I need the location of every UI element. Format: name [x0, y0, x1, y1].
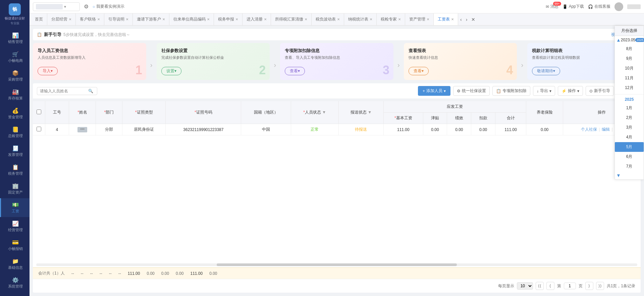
month-2[interactable]: 2月	[615, 113, 644, 123]
step-4-btn[interactable]: 查看▾	[409, 67, 429, 75]
step-3-title: 专项附加扣除信息	[285, 48, 389, 54]
tab-tax-expert[interactable]: 税检专家 ✕	[377, 13, 405, 25]
month-11[interactable]: 11月	[615, 73, 644, 83]
sidebar-item-finance[interactable]: 💰 资金管理	[0, 104, 30, 123]
tab-tax-calc-close[interactable]: ✕	[305, 17, 307, 21]
tab-tax-stat[interactable]: 纳税统计表 ✕	[344, 13, 377, 25]
sidebar-item-operations[interactable]: 📈 经营管理	[0, 217, 30, 236]
tab-customer-close[interactable]: ✕	[97, 17, 100, 21]
month-5[interactable]: 5月	[615, 142, 644, 152]
demo-btn[interactable]: ○ 我要看实例演示	[93, 4, 124, 9]
tab-tax-calc[interactable]: 所得税汇算清缴 ✕	[271, 13, 312, 25]
tab-product-code-close[interactable]: ✕	[207, 17, 210, 21]
tab-invite[interactable]: 邀请下游客户 ✕	[133, 13, 169, 25]
sidebar-item-marketing[interactable]: 💳 小畅报销	[0, 236, 30, 255]
deduction-btn[interactable]: 📋 专项附加扣除	[492, 86, 530, 96]
tab-clearbook[interactable]: 进入清册 ✕	[243, 13, 271, 25]
month-year-label: 2023.05	[621, 38, 635, 42]
sidebar-item-fixed[interactable]: 🏢 固定资产	[0, 179, 30, 198]
tab-tax-reduce-close[interactable]: ✕	[337, 17, 340, 21]
tab-invite-close[interactable]: ✕	[162, 17, 165, 21]
tab-tax-reduce[interactable]: 税负波动表 ✕	[312, 13, 344, 25]
month-10[interactable]: 10月	[615, 64, 644, 73]
action-social-insurance[interactable]: 个人社保	[581, 127, 597, 132]
month-8[interactable]: 8月	[615, 44, 644, 54]
sidebar-item-ecommerce[interactable]: 🛒 小畅电商	[0, 48, 30, 67]
tab-close-all-btn[interactable]: ✕	[469, 16, 477, 23]
horizontal-scrollbar[interactable]	[36, 263, 637, 266]
search-input[interactable]	[40, 89, 87, 93]
month-9[interactable]: 9月	[615, 54, 644, 64]
tab-guide-close[interactable]: ✕	[126, 17, 128, 21]
sidebar-item-general[interactable]: 📒 总账管理	[0, 123, 30, 142]
month-1[interactable]: 1月	[615, 103, 644, 113]
tab-home[interactable]: 首页	[31, 13, 47, 25]
search-icon[interactable]: 🔍	[88, 89, 93, 93]
guide-btn[interactable]: ⊙ 新手引导	[586, 86, 614, 96]
step-3-btn[interactable]: 查看▾	[285, 67, 305, 75]
salary-table: 工号 *姓名 *部门 *证照类型 *证照号码	[33, 101, 641, 135]
tab-tax-expert-close[interactable]: ✕	[398, 17, 401, 21]
step-5-btn[interactable]: 敬请期待▾	[532, 67, 560, 75]
per-page-select[interactable]: 10 20 50	[517, 282, 533, 290]
last-page-btn[interactable]: ⟩⟩	[596, 282, 604, 290]
sidebar-item-purchase[interactable]: 📦 采购管理	[0, 67, 30, 85]
row-checkbox[interactable]	[37, 127, 41, 131]
month-12[interactable]: 12月	[615, 83, 644, 93]
prev-page-btn[interactable]: ⟨	[546, 282, 554, 290]
operation-btn[interactable]: ⚡ 操作 ▾	[558, 86, 583, 96]
topbar-settings-icon[interactable]: ⚙	[83, 2, 90, 11]
tab-prev-btn[interactable]: ‹	[458, 16, 464, 23]
tab-tax-report-close[interactable]: ✕	[235, 17, 238, 21]
user-avatar[interactable]	[614, 2, 623, 11]
social-icon: ⚙	[457, 89, 461, 93]
month-nav-down[interactable]: ▼	[616, 173, 621, 178]
tab-clearbook-close[interactable]: ✕	[264, 17, 267, 21]
tab-next-btn[interactable]: ›	[464, 16, 470, 23]
scrollbar-thumb[interactable]	[217, 263, 457, 266]
tab-salary-close[interactable]: ✕	[451, 17, 454, 21]
sidebar-item-tax[interactable]: 📋 税务管理	[0, 161, 30, 179]
report-filter-icon[interactable]: ▼	[368, 110, 372, 115]
tab-product-code[interactable]: 往来单位商品编码 ✕	[169, 13, 214, 25]
month-6[interactable]: 6月	[615, 152, 644, 162]
sidebar-item-salary[interactable]: 💵 工资	[0, 198, 30, 217]
tab-salary[interactable]: 工资表 ✕	[434, 13, 458, 25]
sidebar-item-invoice[interactable]: 🧾 发票管理	[0, 142, 30, 161]
status-filter-icon[interactable]: ▼	[322, 110, 326, 115]
sidebar-item-collab[interactable]: 🤝 企业协同	[0, 292, 30, 296]
add-employee-btn[interactable]: + 添加人员 ▾	[418, 86, 450, 96]
social-insurance-btn[interactable]: ⚙ 统一社保设置	[453, 86, 490, 96]
month-3[interactable]: 3月	[615, 123, 644, 132]
month-4[interactable]: 4月	[615, 132, 644, 142]
sidebar-item-system[interactable]: ⚙️ 系统管理	[0, 273, 30, 292]
action-edit[interactable]: 编辑	[602, 127, 610, 132]
step-1-btn[interactable]: 导入▾	[38, 67, 58, 75]
tab-tax-stat-close[interactable]: ✕	[370, 17, 372, 21]
tab-guide-tab[interactable]: 引导说明 ✕	[104, 13, 133, 25]
online-service-btn[interactable]: 🎧 在线客服	[588, 4, 610, 9]
sidebar-item-sales[interactable]: 📊 销售管理	[0, 29, 30, 48]
message-btn[interactable]: ✉ 消息 99+	[546, 4, 558, 9]
select-all-checkbox[interactable]	[37, 110, 41, 114]
month-7[interactable]: 7月	[615, 162, 644, 171]
sidebar-item-basic[interactable]: 📁 基础信息	[0, 255, 30, 273]
tab-fencing-close[interactable]: ✕	[69, 17, 71, 21]
inventory-icon: 🏭	[12, 89, 19, 95]
page-input[interactable]	[564, 283, 576, 289]
step-2-btn[interactable]: 设置▾	[161, 67, 181, 75]
next-page-btn[interactable]: ⟩	[585, 282, 593, 290]
search-box[interactable]: 🔍	[37, 87, 97, 95]
tab-fencing[interactable]: 分层经营 ✕	[47, 13, 76, 25]
tab-tax-report[interactable]: 税务申报 ✕	[214, 13, 243, 25]
tab-assets[interactable]: 资产管理 ✕	[405, 13, 434, 25]
first-page-btn[interactable]: ⟨⟨	[536, 282, 544, 290]
account-dropdown-icon[interactable]: ▾	[64, 4, 66, 9]
app-download-btn[interactable]: 📱 App下载	[562, 4, 584, 9]
month-nav-up[interactable]: ▲	[616, 37, 621, 43]
tab-customer[interactable]: 客户联络 ✕	[76, 13, 104, 25]
account-selector[interactable]: ▾	[33, 2, 80, 11]
export-btn[interactable]: ↓ 导出 ▾	[533, 86, 555, 96]
sidebar-item-inventory[interactable]: 🏭 库存核算	[0, 85, 30, 104]
tab-assets-close[interactable]: ✕	[427, 17, 429, 21]
